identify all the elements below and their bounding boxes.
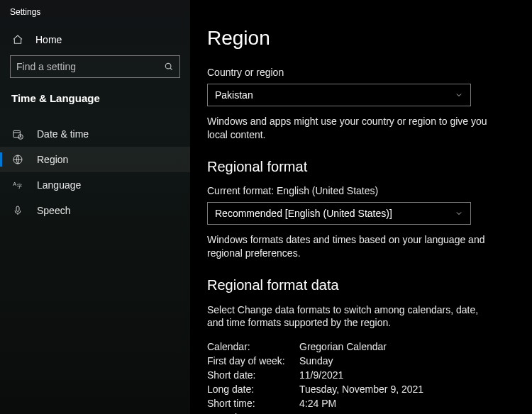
nav-date-time[interactable]: Date & time [0,121,190,147]
page-title: Region [207,27,515,50]
value: 11/9/2021 [299,369,343,381]
row-short-date: Short date: 11/9/2021 [207,369,515,381]
search-wrap [0,52,190,85]
home-label: Home [35,34,62,45]
value: Tuesday, November 9, 2021 [299,384,423,395]
search-input[interactable] [16,61,164,72]
svg-text:A: A [13,181,16,187]
nav-label: Date & time [37,128,89,140]
current-format-label: Current format: English (United States) [207,185,515,196]
calendar-clock-icon [11,128,24,140]
app-title: Settings [0,0,190,27]
value: Gregorian Calendar [299,341,387,352]
country-description: Windows and apps might use your country … [207,115,491,142]
regional-format-description: Windows formats dates and times based on… [207,233,491,260]
sidebar: Settings Home Time & Language Date & tim… [0,0,190,414]
country-value: Pakistan [215,89,253,101]
country-label: Country or region [207,67,515,78]
format-value: Recommended [English (United States)] [215,208,392,219]
key: Calendar: [207,341,299,352]
svg-rect-2 [13,130,20,137]
microphone-icon [11,205,24,216]
content-area: Region Country or region Pakistan Window… [190,0,532,414]
nav-list: Date & time Region A字 Language Speech [0,121,190,223]
category-heading: Time & Language [0,85,190,114]
key: First day of week: [207,355,299,367]
svg-line-1 [170,68,172,70]
key: Short date: [207,369,299,381]
regional-format-data-description: Select Change data formats to switch amo… [207,303,491,330]
nav-label: Language [37,179,81,191]
row-calendar: Calendar: Gregorian Calendar [207,341,515,352]
search-icon [164,62,174,72]
value: 4:24 PM [299,398,336,409]
chevron-down-icon [455,91,463,99]
svg-text:字: 字 [17,184,22,189]
home-icon [11,34,24,45]
nav-speech[interactable]: Speech [0,198,190,223]
chevron-down-icon [455,209,463,218]
nav-label: Speech [37,205,70,216]
row-short-time: Short time: 4:24 PM [207,398,515,409]
svg-rect-8 [16,206,19,211]
format-data-table: Calendar: Gregorian Calendar First day o… [207,341,515,414]
format-dropdown[interactable]: Recommended [English (United States)] [207,202,471,225]
regional-format-heading: Regional format [207,159,515,175]
row-long-date: Long date: Tuesday, November 9, 2021 [207,384,515,395]
globe-icon [11,154,24,165]
nav-region[interactable]: Region [0,147,190,172]
value: Sunday [299,355,333,367]
search-input-container[interactable] [10,55,180,78]
row-first-day: First day of week: Sunday [207,355,515,367]
nav-label: Region [37,154,68,165]
home-button[interactable]: Home [0,27,190,52]
svg-point-0 [165,63,171,69]
key: Long date: [207,384,299,395]
country-dropdown[interactable]: Pakistan [207,84,471,106]
key: Short time: [207,398,299,409]
regional-format-data-heading: Regional format data [207,277,515,293]
language-icon: A字 [11,179,24,191]
nav-language[interactable]: A字 Language [0,172,190,198]
